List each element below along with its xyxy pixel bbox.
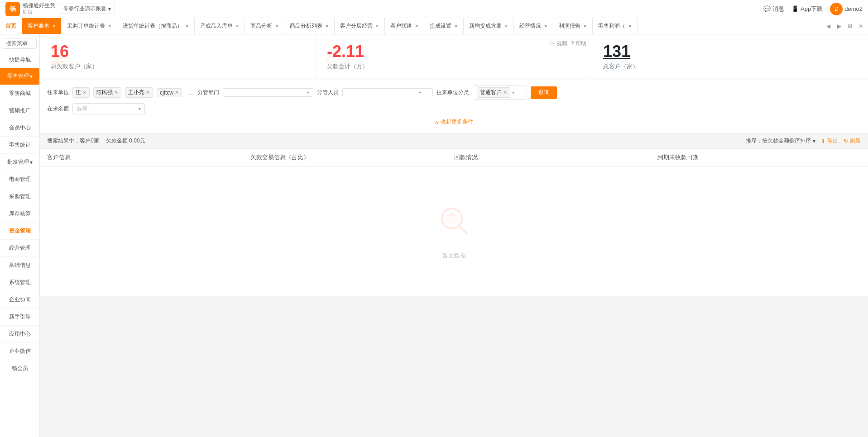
app-download-btn[interactable]: 📱 App下载	[791, 5, 823, 13]
filter-more-tags[interactable]: ...	[186, 89, 194, 97]
tab-operations[interactable]: 经营情况 ✕	[514, 18, 553, 34]
sidebar-item-quick-nav[interactable]: 快捷导航	[0, 52, 39, 68]
collapse-label: 收起更多条件	[441, 118, 473, 126]
sidebar-item-basic-info[interactable]: 基础信息	[0, 257, 39, 274]
video-btn[interactable]: ▷ 视频	[550, 40, 567, 48]
refresh-btn[interactable]: ↻ 刷新	[844, 137, 861, 145]
username-label: demo2	[844, 5, 863, 12]
filter-row-2: 在来余额 选择... ▾	[47, 103, 861, 114]
balance-select[interactable]: 选择... ▾	[72, 103, 145, 114]
svg-point-2	[446, 213, 457, 224]
collapse-arrow-icon: ∧	[435, 119, 439, 125]
tab-product-analysis-list-close[interactable]: ✕	[325, 24, 329, 28]
filter-tag-cjttcw: cjttcw ✕	[157, 88, 182, 97]
tab-customer-connect-close[interactable]: ✕	[415, 24, 418, 28]
tab-customer-segment-close[interactable]: ✕	[375, 24, 379, 28]
sidebar-item-pro-member[interactable]: 畅会员	[0, 360, 39, 377]
chevron-down-icon: ▾	[108, 6, 111, 12]
sidebar-item-new-guide[interactable]: 新手引导	[0, 309, 39, 326]
tab-home[interactable]: 首页	[0, 18, 22, 34]
sidebar-item-members[interactable]: 会员中心	[0, 119, 39, 137]
tab-customer-segment[interactable]: 客户分层经营 ✕	[335, 18, 385, 34]
chevron-down-icon: ▾	[30, 73, 33, 80]
tab-new-achievement-close[interactable]: ✕	[504, 24, 508, 28]
stat-bg-icon-2: ◇	[325, 38, 350, 76]
tab-customer-accounts[interactable]: 客户账本 ✕	[22, 18, 62, 34]
sort-selector[interactable]: 排序：按欠款金额倒序排序 ▾	[746, 137, 815, 145]
dept-select[interactable]: ▾	[223, 88, 313, 97]
sidebar-item-purchase[interactable]: 采购管理	[0, 188, 39, 205]
tab-customer-connect[interactable]: 客户联络 ✕	[385, 18, 424, 34]
balance-placeholder: 选择...	[77, 105, 137, 113]
query-button[interactable]: 查询	[531, 86, 557, 99]
user-avatar-btn[interactable]: D demo2	[830, 3, 863, 15]
sidebar-item-system-mgmt[interactable]: 系统管理	[0, 274, 39, 291]
collapse-filter-btn[interactable]: ∧ 收起更多条件	[435, 118, 473, 126]
tab-customer-accounts-close[interactable]: ✕	[52, 24, 56, 28]
message-btn[interactable]: 💬 消息	[763, 5, 784, 13]
tab-retail-profit[interactable]: 零售利润（ ✕	[593, 18, 638, 34]
help-btn[interactable]: ? 帮助	[571, 40, 586, 48]
export-btn[interactable]: ⬆ 导出	[821, 137, 838, 145]
tab-scroll-right[interactable]: ▶	[834, 22, 844, 31]
balance-chevron-icon: ▾	[139, 106, 141, 111]
tab-close-all[interactable]: ✕	[856, 22, 865, 31]
sidebar-item-batch-mgmt[interactable]: 批发管理 ▾	[0, 154, 39, 171]
tab-product-analysis-close[interactable]: ✕	[275, 24, 278, 28]
tab-production-inbound[interactable]: 产成品入库单 ✕	[195, 18, 245, 34]
sidebar-item-operations-mgmt[interactable]: 经营管理	[0, 240, 39, 257]
tab-profit-report[interactable]: 利润报告 ✕	[553, 18, 593, 34]
sidebar-item-enterprise-coop[interactable]: 企业协同	[0, 291, 39, 309]
avatar: D	[830, 3, 843, 15]
sidebar-item-retail-mall[interactable]: 零售商城	[0, 85, 39, 102]
top-bar: 畅 畅捷通好生意 标版 母婴行业演示账套 ▾ 💬 消息 📱 App下载 D de…	[0, 0, 868, 18]
col-repayment: 回款情况	[454, 153, 657, 162]
remove-tag-cjttcw[interactable]: ✕	[175, 90, 179, 95]
stat-bg-icon-1: ¥	[49, 39, 67, 75]
sidebar-item-app-center[interactable]: 应用中心	[0, 326, 39, 343]
remove-tag-wu[interactable]: ✕	[82, 90, 86, 95]
tab-profit-report-close[interactable]: ✕	[583, 24, 587, 28]
remove-tag-wang[interactable]: ✕	[146, 90, 150, 95]
tab-scroll-left[interactable]: ◀	[824, 22, 833, 31]
tab-customer-connect-label: 客户联络	[390, 22, 412, 30]
tab-operations-label: 经营情况	[519, 22, 541, 30]
sidebar-item-finance[interactable]: 资金管理	[0, 223, 39, 240]
workspace-selector[interactable]: 母婴行业演示账套 ▾	[59, 4, 115, 14]
tab-purchase-order-stats[interactable]: 采购订单统计表 ✕	[62, 18, 117, 34]
remove-tag-chen[interactable]: ✕	[114, 90, 118, 95]
tab-operations-close[interactable]: ✕	[544, 24, 547, 28]
tab-retail-profit-close[interactable]: ✕	[628, 24, 632, 28]
tab-purchase-order-close[interactable]: ✕	[108, 24, 111, 28]
table-header: 客户信息 欠款交易信息（占比） 回款情况 到期未收款日期	[40, 149, 868, 166]
tab-promotion-settings[interactable]: 提成设置 ✕	[424, 18, 464, 34]
tab-product-analysis[interactable]: 商品分析 ✕	[245, 18, 284, 34]
stat-bg-icon-3: ▦	[601, 38, 631, 76]
tab-controls: ◀ ▶ ⊞ ✕	[821, 22, 868, 31]
logo-line1: 畅捷通好生意	[23, 2, 55, 9]
sidebar-item-inventory[interactable]: 库存核算	[0, 205, 39, 223]
filter-row-1: 往来单位 伍 ✕ 陈民强 ✕ 王小亮 ✕ cjttcw ✕ ...	[47, 86, 861, 100]
category-select[interactable]: 普通客户 ✕ ▾	[473, 86, 527, 100]
person-select[interactable]: ▾ ···	[342, 88, 433, 97]
sidebar-item-ecommerce[interactable]: 电商管理	[0, 171, 39, 188]
tab-promotion-close[interactable]: ✕	[454, 24, 458, 28]
main-layout: 快捷导航 零售管理 ▾ 零售商城 营销推广 会员中心 零售统计 批发管理 ▾ 电…	[0, 34, 868, 437]
tab-production-close[interactable]: ✕	[235, 24, 239, 28]
empty-label: 暂无数据	[442, 252, 466, 260]
filter-person-label: 分管人员	[317, 89, 339, 96]
stat-value-credit-amount: -2.11	[327, 43, 581, 60]
remove-category[interactable]: ✕	[503, 90, 507, 95]
sidebar-item-enterprise-wechat[interactable]: 企业微信	[0, 343, 39, 360]
sidebar-item-retail-stats[interactable]: 零售统计	[0, 137, 39, 154]
tab-expand[interactable]: ⊞	[845, 22, 854, 31]
sidebar-item-retail[interactable]: 零售管理 ▾	[0, 68, 39, 85]
tab-new-achievement[interactable]: 新增提成方案 ✕	[464, 18, 514, 34]
tab-profit-report-label: 利润报告	[559, 22, 580, 30]
tab-product-analysis-list[interactable]: 商品分析列表 ✕	[284, 18, 335, 34]
tab-inbound-stats[interactable]: 进货单统计表（按商品） ✕	[117, 18, 195, 34]
empty-state-icon	[436, 203, 472, 246]
search-input[interactable]	[3, 38, 37, 49]
tab-inbound-close[interactable]: ✕	[185, 24, 189, 28]
sidebar-item-marketing[interactable]: 营销推广	[0, 102, 39, 119]
